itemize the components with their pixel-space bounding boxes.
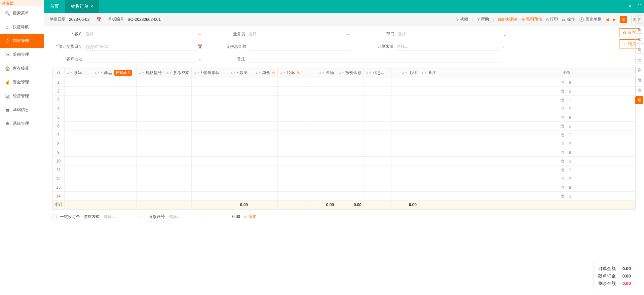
rail-item[interactable]: 客 xyxy=(635,15,643,24)
remark-input[interactable] xyxy=(248,55,500,63)
nav-arrow[interactable]: ▶ xyxy=(613,17,616,22)
chevron-down-icon[interactable]: ⌄ xyxy=(138,215,141,219)
table-row[interactable]: 11🗑⊕ xyxy=(52,165,636,174)
rail-item[interactable]: 库 xyxy=(635,36,643,44)
col-refcost[interactable]: ▲▼参考成本 xyxy=(164,68,192,78)
toolbar-hist[interactable]: 🕘历史单据 xyxy=(579,16,602,22)
copy-icon[interactable]: ⊕ xyxy=(568,124,572,128)
table-row[interactable]: 12🗑⊕ xyxy=(52,174,636,183)
copy-icon[interactable]: ⊕ xyxy=(568,106,572,111)
rail-item[interactable]: 展 xyxy=(635,96,643,104)
col-tax[interactable]: ▲▼税率✎ xyxy=(278,68,305,78)
customer-address-input[interactable] xyxy=(85,55,196,63)
chevron-down-icon[interactable]: ⌄ xyxy=(503,32,506,37)
calendar-icon[interactable]: 📅 xyxy=(96,17,101,22)
delete-icon[interactable]: 🗑 xyxy=(561,106,565,111)
sidebar-item-grid[interactable]: ▦基础信息 xyxy=(0,103,44,117)
copy-icon[interactable]: ⊕ xyxy=(568,150,572,155)
close-icon[interactable]: × xyxy=(90,4,93,9)
chevron-down-icon[interactable]: ⌄ xyxy=(502,44,505,49)
col-amount[interactable]: ▲▼金额 xyxy=(305,68,336,78)
tab-首页[interactable]: 首页 xyxy=(44,0,65,13)
footer-amount-input[interactable] xyxy=(211,214,241,220)
table-row[interactable]: 2🗑⊕ xyxy=(52,87,636,96)
table-row[interactable]: 6🗑⊕ xyxy=(52,122,636,131)
tabs-close-all[interactable]: ✕ xyxy=(625,4,635,9)
sidebar-item-chart[interactable]: 📊经营管理 xyxy=(0,89,44,103)
table-row[interactable]: 5🗑⊕ xyxy=(52,113,636,122)
tabs-fullscreen[interactable]: ⛶ xyxy=(635,4,644,9)
sidebar-item-bag[interactable]: 🛍采购管理 xyxy=(0,48,44,62)
col-discount[interactable]: ▲▼优惠... xyxy=(364,68,391,78)
delete-icon[interactable]: 🗑 xyxy=(561,124,565,128)
copy-icon[interactable]: ⊕ xyxy=(568,194,572,198)
table-row[interactable]: 9🗑⊕ xyxy=(52,148,636,157)
calendar-icon[interactable]: 📅 xyxy=(197,44,202,49)
toolbar-help[interactable]: ?帮助 xyxy=(477,16,489,22)
toolbar-profit[interactable]: ◎毛利预估 xyxy=(521,16,542,22)
delete-icon[interactable]: 🗑 xyxy=(561,150,565,155)
rail-item[interactable]: 历 xyxy=(635,46,643,54)
gear-column[interactable]: ⚙ xyxy=(52,68,65,78)
col-quote[interactable]: ▲▼报价金额 xyxy=(336,68,364,78)
table-row[interactable]: 8🗑⊕ xyxy=(52,139,636,148)
tab-销售订单[interactable]: 销售订单× xyxy=(65,0,99,13)
sidebar-item-search[interactable]: 🔍搜索菜单 xyxy=(0,6,44,20)
edit-icon[interactable]: ✎ xyxy=(272,71,275,75)
copy-icon[interactable]: ⊕ xyxy=(568,159,572,163)
rail-item[interactable]: 欠 xyxy=(635,56,643,64)
table-row[interactable]: 7🗑⊕ xyxy=(52,131,636,139)
toolbar-print[interactable]: ⎙打印 xyxy=(546,16,558,22)
col-profit[interactable]: ▲▼毛利 xyxy=(391,68,419,78)
col-barcode[interactable]: ▲▼条码 xyxy=(65,68,92,78)
customer-input[interactable] xyxy=(85,30,196,38)
copy-icon[interactable]: ⊕ xyxy=(568,133,572,137)
delete-icon[interactable]: 🗑 xyxy=(561,141,565,146)
table-row[interactable]: 4🗑⊕ xyxy=(52,104,636,113)
table-row[interactable]: 1🗑⊕ xyxy=(52,78,636,87)
sidebar-item-nut[interactable]: ⬡销售管理 xyxy=(0,34,44,48)
table-row[interactable]: 3🗑⊕ xyxy=(52,96,636,104)
account-more-icon[interactable]: ⋯ xyxy=(203,215,207,219)
add-button[interactable]: ⊕添加 xyxy=(244,214,257,220)
sidebar-item-house[interactable]: 🏠库存核算 xyxy=(0,62,44,75)
account-input[interactable] xyxy=(168,214,198,220)
customer-more-icon[interactable]: ⋯ xyxy=(197,32,201,37)
copy-icon[interactable]: ⊕ xyxy=(568,89,572,94)
col-remark[interactable]: ▲▼备注 xyxy=(419,68,497,78)
col-spec[interactable]: ▲▼规格型号 xyxy=(137,68,164,78)
toolbar-play[interactable]: ▷视频 xyxy=(456,16,468,22)
delete-icon[interactable]: 🗑 xyxy=(561,80,565,85)
copy-icon[interactable]: ⊕ xyxy=(568,176,572,181)
delete-icon[interactable]: 🗑 xyxy=(561,176,565,181)
delete-icon[interactable]: 🗑 xyxy=(561,115,565,120)
copy-icon[interactable]: ⊕ xyxy=(568,168,572,172)
rail-item[interactable]: 附 xyxy=(635,76,643,84)
sidebar-item-coin[interactable]: 💰资金管理 xyxy=(0,75,44,89)
delete-icon[interactable]: 🗑 xyxy=(561,98,565,102)
table-row[interactable]: 13🗑⊕ xyxy=(52,183,636,192)
rail-item[interactable]: 价 xyxy=(635,26,643,34)
col-product[interactable]: ▲▼*商品扫码录入 xyxy=(92,68,137,78)
settle-type-input[interactable] xyxy=(103,214,133,220)
copy-icon[interactable]: ⊕ xyxy=(568,98,572,102)
col-qty[interactable]: ▲▼*数量 xyxy=(219,68,250,78)
doc-date-value[interactable]: 2023-06-02 xyxy=(69,17,89,22)
delivery-date-input[interactable] xyxy=(85,43,196,50)
scan-badge[interactable]: 扫码录入 xyxy=(114,70,132,76)
toolbar-kbd[interactable]: ⌨快捷键 xyxy=(498,16,517,22)
rail-item[interactable]: 收 xyxy=(635,86,643,94)
delete-icon[interactable]: 🗑 xyxy=(561,159,565,163)
notax-amount-input[interactable] xyxy=(249,43,350,50)
edit-icon[interactable]: ✎ xyxy=(297,71,300,75)
delete-icon[interactable]: 🗑 xyxy=(561,185,565,190)
sidebar-item-home[interactable]: ⌂快捷导航 xyxy=(0,20,44,34)
col-price[interactable]: ▲▼单价✎ xyxy=(250,68,278,78)
salesman-more-icon[interactable]: ⋯ xyxy=(347,32,351,37)
sidebar-item-gear[interactable]: ⚙系统管理 xyxy=(0,117,44,131)
nav-arrow[interactable]: ◀ xyxy=(606,17,609,22)
delete-icon[interactable]: 🗑 xyxy=(561,89,565,94)
delete-icon[interactable]: 🗑 xyxy=(561,133,565,137)
table-row[interactable]: 10🗑⊕ xyxy=(52,157,636,165)
col-unit[interactable]: ▲▼*销售单位 xyxy=(192,68,219,78)
